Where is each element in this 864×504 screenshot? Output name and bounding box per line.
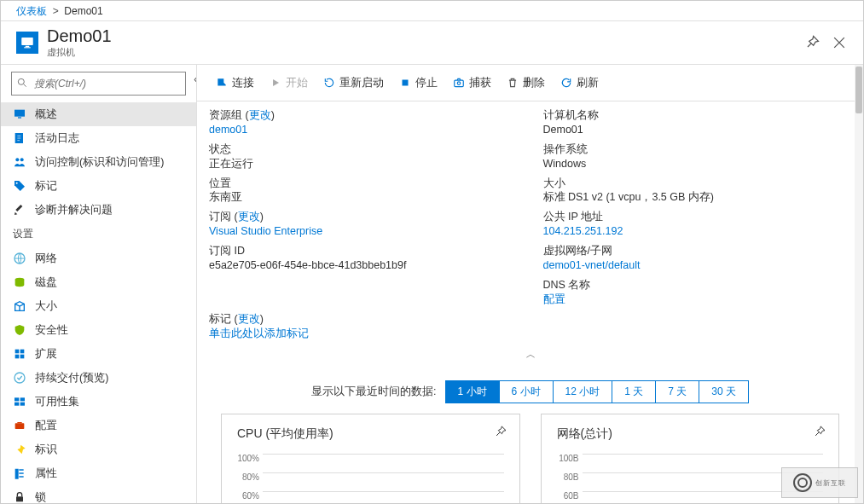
sidebar-item-label: 网络 — [35, 252, 57, 266]
svg-rect-18 — [20, 397, 25, 401]
subscription-label: 订阅 (更改) — [209, 211, 264, 223]
time-option-0[interactable]: 1 小时 — [446, 381, 500, 403]
sidebar-item-label: 大小 — [35, 299, 57, 314]
close-icon[interactable] — [831, 34, 848, 51]
cpu-chart-area: 100%80%60%40% — [263, 454, 504, 505]
resource-group-value[interactable]: demo01 — [209, 124, 247, 136]
time-option-2[interactable]: 12 小时 — [554, 381, 613, 403]
sidebar-item-identity[interactable]: 标识 — [1, 437, 196, 461]
sidebar-item-label: 属性 — [35, 466, 57, 481]
refresh-button[interactable]: 刷新 — [554, 72, 606, 94]
change-resource-group-link[interactable]: 更改 — [249, 109, 271, 121]
add-tags-link[interactable]: 单击此处以添加标记 — [209, 327, 309, 339]
status-value: 正在运行 — [209, 158, 253, 170]
tag-icon — [13, 179, 26, 193]
svg-rect-2 — [24, 47, 31, 48]
sidebar-item-label: 活动日志 — [35, 131, 79, 146]
search-icon — [16, 77, 28, 89]
properties: 资源组 (更改)demo01 状态正在运行 位置东南亚 订阅 (更改)Visua… — [197, 101, 863, 312]
svg-point-9 — [16, 182, 18, 184]
sidebar-item-lock[interactable]: 锁 — [1, 485, 196, 504]
restart-button[interactable]: 重新启动 — [316, 72, 391, 94]
sidebar-item-iam[interactable]: 访问控制(标识和访问管理) — [1, 150, 196, 174]
svg-point-3 — [18, 78, 24, 84]
ip-value[interactable]: 104.215.251.192 — [543, 225, 623, 237]
time-range-selector: 1 小时6 小时12 小时1 天7 天30 天 — [445, 380, 749, 403]
status-label: 状态 — [209, 143, 231, 155]
sidebar-item-size[interactable]: 大小 — [1, 294, 196, 318]
activity-icon — [13, 131, 26, 145]
sidebar-item-tag[interactable]: 标记 — [1, 174, 196, 198]
sidebar-item-diagnose[interactable]: 诊断并解决问题 — [1, 198, 196, 222]
capture-button[interactable]: 捕获 — [446, 72, 498, 94]
sidebar-item-availability[interactable]: 可用性集 — [1, 390, 196, 414]
pin-icon[interactable] — [494, 425, 507, 438]
gridline — [263, 472, 504, 473]
search-input[interactable] — [11, 72, 186, 96]
sidebar-item-cd[interactable]: 持续交付(预览) — [1, 366, 196, 390]
breadcrumb-current: Demo01 — [64, 5, 102, 17]
sidebar-item-config[interactable]: 配置 — [1, 414, 196, 437]
cpu-chart-title: CPU (平均使用率) — [237, 426, 504, 442]
subid-label: 订阅 ID — [209, 245, 245, 257]
svg-rect-14 — [15, 355, 20, 359]
time-option-3[interactable]: 1 天 — [612, 381, 656, 403]
collapse-properties-toggle[interactable] — [197, 348, 863, 365]
os-label: 操作系统 — [543, 143, 588, 155]
sidebar-item-label: 扩展 — [35, 347, 57, 362]
stop-button[interactable]: 停止 — [392, 72, 444, 94]
connect-button[interactable]: 连接 — [209, 72, 261, 94]
sidebar-item-security[interactable]: 安全性 — [1, 318, 196, 342]
properties-icon — [13, 466, 26, 480]
computer-name-value: Demo01 — [543, 124, 583, 136]
svg-rect-22 — [16, 496, 23, 501]
delete-button[interactable]: 删除 — [500, 72, 552, 94]
cpu-chart-card: CPU (平均使用率) 100%80%60%40% — [221, 414, 520, 505]
start-button[interactable]: 开始 — [263, 72, 315, 94]
sidebar-item-overview[interactable]: 概述 — [1, 102, 196, 126]
sidebar-item-label: 访问控制(标识和访问管理) — [35, 155, 164, 170]
breadcrumb-root[interactable]: 仪表板 — [16, 5, 47, 17]
svg-rect-1 — [26, 46, 30, 48]
iam-icon — [13, 155, 26, 169]
sidebar-item-network[interactable]: 网络 — [1, 246, 196, 270]
sidebar-item-label: 诊断并解决问题 — [35, 203, 113, 217]
sidebar-item-extensions[interactable]: 扩展 — [1, 342, 196, 366]
gridline — [263, 454, 504, 455]
page-title: Demo01 — [47, 26, 112, 46]
subscription-value[interactable]: Visual Studio Enterprise — [209, 225, 322, 237]
svg-rect-19 — [14, 403, 19, 406]
dns-label: DNS 名称 — [543, 279, 591, 291]
svg-rect-23 — [403, 80, 409, 86]
connect-icon — [216, 77, 228, 89]
time-option-1[interactable]: 6 小时 — [500, 381, 554, 403]
size-icon — [13, 299, 26, 313]
breadcrumb-sep: > — [49, 5, 64, 17]
watermark: 创新互联 — [781, 467, 858, 498]
subid-value: e5a2e705-e06f-454e-bbce-41d3bbeb1b9f — [209, 259, 406, 271]
pin-icon[interactable] — [813, 425, 826, 438]
vnet-value[interactable]: demo01-vnet/default — [543, 259, 641, 271]
computer-name-label: 计算机名称 — [543, 109, 599, 121]
security-icon — [13, 323, 26, 337]
change-tags-link[interactable]: 更改 — [238, 313, 260, 325]
time-option-4[interactable]: 7 天 — [656, 381, 699, 403]
identity-icon — [13, 443, 26, 456]
sidebar: « 概述活动日志访问控制(标识和访问管理)标记诊断并解决问题 设置 网络磁盘大小… — [1, 65, 197, 504]
svg-rect-24 — [455, 80, 464, 87]
cd-icon — [13, 371, 26, 385]
breadcrumb: 仪表板 > Demo01 — [1, 1, 863, 21]
sidebar-item-label: 可用性集 — [35, 395, 79, 409]
gridline — [583, 454, 824, 455]
sidebar-item-properties[interactable]: 属性 — [1, 461, 196, 485]
sidebar-item-activity[interactable]: 活动日志 — [1, 126, 196, 150]
overview-icon — [13, 107, 26, 121]
sidebar-item-label: 配置 — [35, 419, 57, 433]
time-option-5[interactable]: 30 天 — [699, 381, 748, 403]
pin-icon[interactable] — [803, 34, 821, 51]
change-subscription-link[interactable]: 更改 — [238, 211, 260, 223]
svg-rect-17 — [14, 397, 19, 401]
sidebar-item-disk[interactable]: 磁盘 — [1, 270, 196, 294]
dns-value[interactable]: 配置 — [543, 293, 565, 305]
content-scrollbar[interactable] — [855, 65, 863, 504]
